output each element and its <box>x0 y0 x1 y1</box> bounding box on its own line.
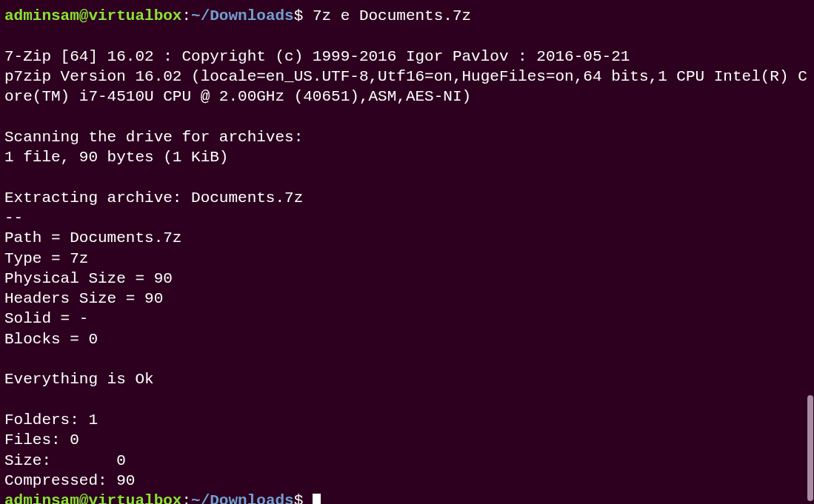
output-extracting: Extracting archive: Documents.7z <box>4 189 303 206</box>
output-blocks: Blocks = 0 <box>4 331 98 348</box>
user-host: adminsam@virtualbox <box>4 7 181 24</box>
output-7zip-header: 7-Zip [64] 16.02 : Copyright (c) 1999-20… <box>4 48 630 65</box>
output-folders: Folders: 1 <box>4 411 98 429</box>
terminal-output[interactable]: adminsam@virtualbox:~/Downloads$ 7z e Do… <box>4 6 810 504</box>
output-size: Size: 0 <box>4 452 126 469</box>
output-type: Type = 7z <box>4 250 88 267</box>
output-dashes: -- <box>4 209 23 226</box>
user-host: adminsam@virtualbox <box>4 492 181 504</box>
prompt-dollar: $ <box>294 7 304 24</box>
cwd-path: ~/Downloads <box>191 492 294 504</box>
output-path: Path = Documents.7z <box>4 229 181 246</box>
output-headers-size: Headers Size = 90 <box>4 290 163 307</box>
prompt-line-2[interactable]: adminsam@virtualbox:~/Downloads$ <box>4 492 321 504</box>
output-physical-size: Physical Size = 90 <box>4 270 173 287</box>
output-solid: Solid = - <box>4 310 88 327</box>
output-everything-ok: Everything is Ok <box>4 371 154 388</box>
command-text: 7z e Documents.7z <box>303 7 471 24</box>
output-files: Files: 0 <box>4 431 79 448</box>
scrollbar-thumb[interactable] <box>807 395 813 501</box>
output-p7zip-version: p7zip Version 16.02 (locale=en_US.UTF-8,… <box>4 68 807 105</box>
command-input[interactable] <box>303 492 313 504</box>
output-compressed: Compressed: 90 <box>4 472 135 489</box>
output-scanning: Scanning the drive for archives: <box>4 129 303 146</box>
scrollbar[interactable] <box>805 0 814 504</box>
cwd-path: ~/Downloads <box>191 7 294 24</box>
output-file-count: 1 file, 90 bytes (1 KiB) <box>4 149 228 166</box>
prompt-line-1: adminsam@virtualbox:~/Downloads$ 7z e Do… <box>4 7 471 24</box>
colon: : <box>181 492 191 504</box>
colon: : <box>181 7 191 24</box>
prompt-dollar: $ <box>294 492 304 504</box>
cursor <box>313 494 321 504</box>
